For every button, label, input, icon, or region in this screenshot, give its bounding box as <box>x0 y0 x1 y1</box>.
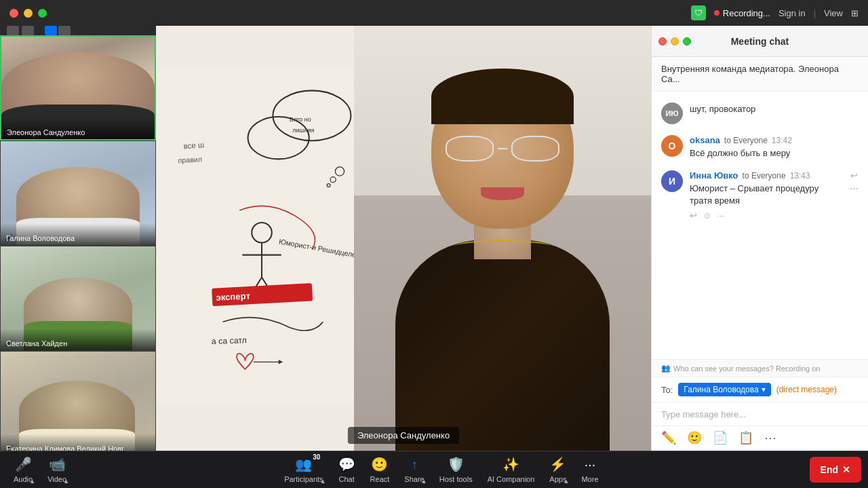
layout-toggle-active[interactable] <box>45 26 57 35</box>
title-bar: 🛡 Recording... Sign in | View ⊞ <box>0 0 868 26</box>
main-speaker-label: Элеонора Сандуленко <box>348 427 459 444</box>
microphone-icon: 🎤 <box>15 456 32 472</box>
end-label: End <box>821 464 838 475</box>
msg-time-1: 13:42 <box>772 136 792 145</box>
more-button[interactable]: ··· More <box>574 451 605 489</box>
svg-text:а са сатл: а са сатл <box>212 335 247 346</box>
chat-messages[interactable]: ИЮ шут, провокатор O oksana to Everyone … <box>652 92 868 359</box>
participant-thumb-1[interactable]: Элеонора Сандуленко <box>0 35 156 140</box>
toolbar-right-group: End ✕ <box>810 457 861 483</box>
msg-sender-1: oksana <box>690 135 720 145</box>
svg-text:эксперт: эксперт <box>216 290 251 303</box>
apps-chevron-icon[interactable]: ▲ <box>564 478 570 485</box>
svg-rect-0 <box>156 71 379 406</box>
apps-button[interactable]: ⚡ Apps ▲ <box>542 451 573 489</box>
toolbar-left-group: 🎤 Audio ▲ 📹 Video ▲ <box>7 451 73 489</box>
people-icon: 👥 <box>661 364 671 373</box>
more-label: More <box>581 475 598 483</box>
sidebar: Элеонора Сандуленко 🎤 Галина Воловодова … <box>0 26 156 451</box>
msg-text-0: шут, провокатор <box>690 104 755 114</box>
participant-name-1: Элеонора Сандуленко <box>1 117 155 139</box>
emoji-tool-icon[interactable]: 🙂 <box>687 430 702 445</box>
participants-label: Participants <box>284 475 323 483</box>
msg-reply-button[interactable]: ↩ <box>850 170 858 181</box>
share-button[interactable]: ↑ Share ▲ <box>397 451 431 489</box>
chat-maximize-button[interactable] <box>683 37 691 45</box>
recording-label: Recording... <box>723 8 770 18</box>
react-button[interactable]: 🙂 React <box>363 451 397 489</box>
participant-name-2: Галина Воловодова <box>1 223 155 245</box>
screenshot-tool-icon[interactable]: 📋 <box>738 430 753 445</box>
file-tool-icon[interactable]: 📄 <box>713 430 728 445</box>
view-toggle-2[interactable] <box>22 26 34 35</box>
reply-icon[interactable]: ↩ <box>690 210 697 221</box>
video-chevron-icon[interactable]: ▲ <box>63 478 69 485</box>
main-speaker-video <box>354 26 651 451</box>
chat-topic: Внутренняя команда медиатора. Элеонора С… <box>652 57 868 92</box>
toolbar-center-group: 👥 30 Participants ▲ 💬 Chat 🙂 React ↑ Sha… <box>73 451 809 489</box>
svg-text:лишняя: лишняя <box>292 127 314 134</box>
view-toggle-1[interactable] <box>7 26 19 35</box>
chat-label: Chat <box>338 475 354 483</box>
chat-minimize-button[interactable] <box>671 37 679 45</box>
chat-to-label: To: <box>661 385 673 395</box>
react-label: React <box>370 475 390 483</box>
audio-chevron-icon[interactable]: ▲ <box>29 478 35 485</box>
participant-thumb-3[interactable]: 🎤 Светлана Хайден <box>0 246 156 351</box>
view-button[interactable]: View <box>824 8 843 18</box>
chat-button[interactable]: 💬 Chat <box>332 451 362 489</box>
ai-companion-button[interactable]: ✨ AI Companion <box>481 451 542 489</box>
msg-text-1: Всё должно быть в меру <box>690 147 859 159</box>
layout-toggle-grid[interactable] <box>58 26 71 35</box>
chat-message-1: O oksana to Everyone 13:42 Всё должно бы… <box>652 130 868 165</box>
shield-tool-icon: 🛡️ <box>448 456 465 472</box>
grid-icon[interactable]: ⊞ <box>851 8 859 18</box>
participant-thumb-4[interactable]: 🎤 Екатерина Климова Великий Новг... <box>0 351 156 456</box>
maximize-button[interactable] <box>38 9 47 18</box>
chat-toolbar: ✏️ 🙂 📄 📋 ⋯ <box>652 426 868 451</box>
svg-text:Блго но: Блго но <box>290 116 311 123</box>
participants-chevron-icon[interactable]: ▲ <box>320 478 326 485</box>
camera-icon: 📹 <box>49 456 66 472</box>
more-react-icon[interactable]: ··· <box>717 210 724 221</box>
avatar-0: ИЮ <box>661 102 683 124</box>
chat-title: Meeting chat <box>731 36 789 47</box>
chat-input[interactable] <box>661 409 859 419</box>
chat-recipient-selector[interactable]: Галина Воловодова ▾ <box>678 383 770 396</box>
msg-time-2: 13:43 <box>790 171 810 181</box>
audio-button[interactable]: 🎤 Audio ▲ <box>7 451 39 489</box>
msg-sender-2: Инна Ювко <box>690 170 738 181</box>
chat-window-controls <box>658 37 691 45</box>
participants-button[interactable]: 👥 30 Participants ▲ <box>277 451 330 489</box>
msg-to-2: to Everyone <box>743 171 786 181</box>
whiteboard-area: все ш правил эксперт Юморист-и Решидцеле… <box>156 26 379 451</box>
msg-more-button[interactable]: ⋯ <box>850 183 859 193</box>
main-video-composite: все ш правил эксперт Юморист-и Решидцеле… <box>156 26 651 451</box>
host-tools-label: Host tools <box>439 475 473 483</box>
chat-close-button[interactable] <box>658 37 667 45</box>
main-speaker-name: Элеонора Сандуленко <box>357 430 450 440</box>
title-bar-right: 🛡 Recording... Sign in | View ⊞ <box>691 5 859 20</box>
participants-icon: 👥 <box>295 457 312 472</box>
participant-thumb-2[interactable]: 🎤 Галина Воловодова <box>0 140 156 246</box>
msg-reactions-2: ↩ ☺ ··· <box>690 210 843 221</box>
chevron-down-icon: ▾ <box>762 385 766 394</box>
close-button[interactable] <box>9 9 18 18</box>
emoji-react-icon[interactable]: ☺ <box>703 210 711 221</box>
video-button[interactable]: 📹 Video ▲ <box>41 451 73 489</box>
chat-panel: Meeting chat Внутренняя команда медиатор… <box>651 26 868 451</box>
end-x-icon: ✕ <box>842 464 850 475</box>
participant-name-3: Светлана Хайден <box>1 329 155 350</box>
share-icon: ↑ <box>411 457 418 472</box>
more-tool-icon[interactable]: ⋯ <box>764 430 776 445</box>
chat-to-row: To: Галина Воловодова ▾ (direct message) <box>652 377 868 402</box>
chat-input-row <box>652 402 868 426</box>
minimize-button[interactable] <box>24 9 33 18</box>
host-tools-button[interactable]: 🛡️ Host tools <box>433 451 479 489</box>
traffic-lights <box>9 9 47 18</box>
end-meeting-button[interactable]: End ✕ <box>810 457 861 483</box>
share-chevron-icon[interactable]: ▲ <box>421 478 427 485</box>
signin-button[interactable]: Sign in <box>778 8 806 18</box>
edit-tool-icon[interactable]: ✏️ <box>661 430 676 445</box>
main-video-area: все ш правил эксперт Юморист-и Решидцеле… <box>156 26 651 451</box>
